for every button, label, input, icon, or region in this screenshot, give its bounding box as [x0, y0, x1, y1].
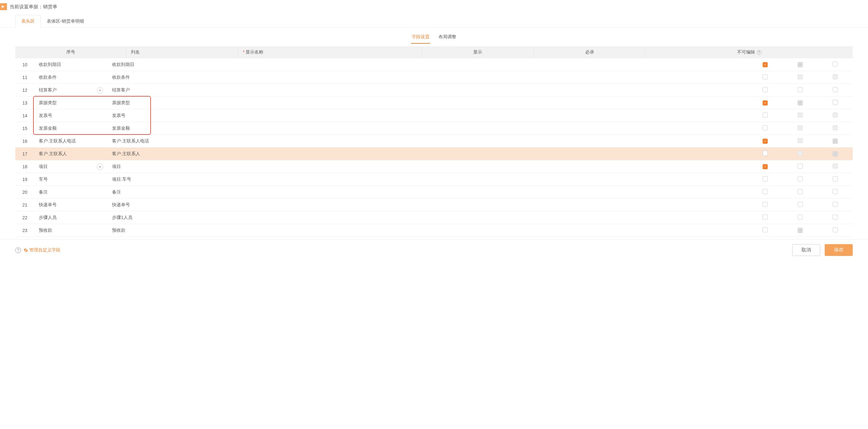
checkbox-show[interactable]	[763, 214, 768, 220]
row-displayname[interactable]: 项目	[107, 160, 748, 173]
table-row[interactable]: 20备注备注	[15, 186, 853, 199]
checkbox-readonly[interactable]	[833, 227, 838, 232]
row-colname: 车号	[34, 173, 107, 186]
row-displayname[interactable]: 步骤1人员	[107, 211, 748, 224]
checkbox-show[interactable]	[763, 151, 768, 156]
checkbox-show[interactable]	[763, 113, 768, 118]
row-colname: 快递单号	[34, 199, 107, 211]
checkbox-readonly[interactable]	[833, 176, 838, 181]
row-colname: 客户.主联系人	[34, 148, 107, 160]
row-colname: 收款到期日	[34, 58, 107, 71]
table-row[interactable]: 17客户.主联系人客户.主联系人	[15, 148, 853, 160]
col-header-colname: 列名	[126, 46, 239, 58]
row-displayname[interactable]: 发票号	[107, 109, 748, 122]
checkbox-required[interactable]	[798, 176, 803, 181]
table-row[interactable]: 18项目+项目	[15, 160, 853, 173]
checkbox-show[interactable]	[763, 125, 768, 131]
col-header-readonly: 不可编辑 ?	[646, 46, 853, 58]
cancel-button[interactable]: 取消	[792, 244, 820, 256]
checkbox-show[interactable]	[763, 164, 768, 169]
checkbox-required	[798, 62, 803, 67]
checkbox-readonly	[833, 74, 838, 79]
row-displayname[interactable]: 项目.车号	[107, 173, 748, 186]
checkbox-required[interactable]	[798, 189, 803, 194]
checkbox-required[interactable]	[798, 164, 803, 169]
row-seq: 10	[15, 58, 34, 71]
col-header-displayname: *显示名称	[238, 46, 422, 58]
table-row[interactable]: 16客户.主联系人电话客户.主联系人电话	[15, 135, 853, 148]
row-colname: 票据类型	[34, 96, 107, 109]
row-colname: 步骤人员	[34, 211, 107, 224]
checkbox-readonly[interactable]	[833, 100, 838, 105]
checkbox-show[interactable]	[763, 139, 768, 144]
checkbox-show[interactable]	[763, 176, 768, 181]
row-displayname[interactable]: 收款到期日	[107, 58, 748, 71]
table-row[interactable]: 19车号项目.车号	[15, 173, 853, 186]
table-row[interactable]: 15发票金额发票金额	[15, 122, 853, 135]
checkbox-required[interactable]	[798, 87, 803, 92]
title-label: 当前设置单据：	[9, 4, 43, 10]
table-row[interactable]: 21快递单号快递单号	[15, 199, 853, 211]
checkbox-show[interactable]	[763, 227, 768, 232]
row-displayname[interactable]: 备注	[107, 186, 748, 199]
checkbox-readonly[interactable]	[833, 87, 838, 92]
checkbox-show[interactable]	[763, 87, 768, 92]
checkbox-readonly	[833, 151, 838, 156]
row-seq: 16	[15, 135, 34, 148]
help-icon[interactable]: ?	[15, 247, 21, 253]
row-colname: 发票号	[34, 109, 107, 122]
row-seq: 22	[15, 211, 34, 224]
expand-sidebar-button[interactable]	[0, 3, 7, 10]
footer-bar: ? 管理自定义字段 取消 保存	[0, 239, 868, 260]
table-row[interactable]: 23预收款预收款	[15, 224, 853, 237]
row-colname: 收款条件	[34, 71, 107, 84]
tab-0[interactable]: 表头区	[15, 15, 41, 28]
row-displayname[interactable]: 结算客户	[107, 84, 748, 96]
checkbox-required	[798, 74, 803, 79]
table-row[interactable]: 22步骤人员步骤1人员	[15, 211, 853, 224]
table-row[interactable]: 11收款条件收款条件	[15, 71, 853, 84]
checkbox-required	[798, 125, 803, 131]
table-row[interactable]: 14发票号发票号	[15, 109, 853, 122]
row-displayname[interactable]: 客户.主联系人电话	[107, 135, 748, 148]
col-header-seq: 序号	[15, 46, 126, 58]
row-colname: 结算客户+	[34, 84, 107, 96]
subtab-1[interactable]: 布局调整	[438, 32, 457, 44]
checkbox-required	[798, 101, 803, 106]
add-child-button[interactable]: +	[97, 87, 103, 93]
title-bar: 当前设置单据： 销货单	[0, 0, 868, 13]
row-displayname[interactable]: 快递单号	[107, 199, 748, 211]
row-displayname[interactable]: 票据类型	[107, 96, 748, 109]
row-displayname[interactable]: 收款条件	[107, 71, 748, 84]
checkbox-show[interactable]	[763, 74, 768, 79]
row-colname: 预收款	[34, 224, 107, 237]
row-displayname[interactable]: 发票金额	[107, 122, 748, 135]
subtab-0[interactable]: 字段设置	[411, 32, 430, 44]
tab-1[interactable]: 表体区-销货单明细	[41, 15, 90, 28]
help-icon[interactable]: ?	[757, 50, 762, 55]
table-row[interactable]: 10收款到期日收款到期日	[15, 58, 853, 71]
add-child-button[interactable]: +	[97, 164, 103, 170]
save-button[interactable]: 保存	[825, 244, 853, 256]
checkbox-required[interactable]	[798, 214, 803, 220]
checkbox-readonly[interactable]	[833, 214, 838, 220]
row-displayname[interactable]: 客户.主联系人	[107, 148, 748, 160]
fields-table: 序号 列名 *显示名称 显示 必录 不可编辑 ?	[15, 46, 853, 58]
checkbox-show[interactable]	[763, 62, 768, 67]
checkbox-show[interactable]	[763, 202, 768, 207]
manage-custom-fields-link[interactable]: 管理自定义字段	[24, 247, 61, 253]
checkbox-readonly[interactable]	[833, 61, 838, 67]
row-seq: 15	[15, 122, 34, 135]
checkbox-readonly	[833, 125, 838, 131]
checkbox-required[interactable]	[798, 202, 803, 207]
table-row[interactable]: 13票据类型票据类型	[15, 96, 853, 109]
checkbox-readonly[interactable]	[833, 189, 838, 194]
checkbox-required	[798, 138, 803, 143]
checkbox-show[interactable]	[763, 189, 768, 194]
checkbox-readonly	[833, 113, 838, 118]
table-row[interactable]: 12结算客户+结算客户	[15, 84, 853, 96]
checkbox-show[interactable]	[763, 101, 768, 106]
checkbox-readonly[interactable]	[833, 202, 838, 207]
checkbox-required	[798, 228, 803, 233]
row-displayname[interactable]: 预收款	[107, 224, 748, 237]
